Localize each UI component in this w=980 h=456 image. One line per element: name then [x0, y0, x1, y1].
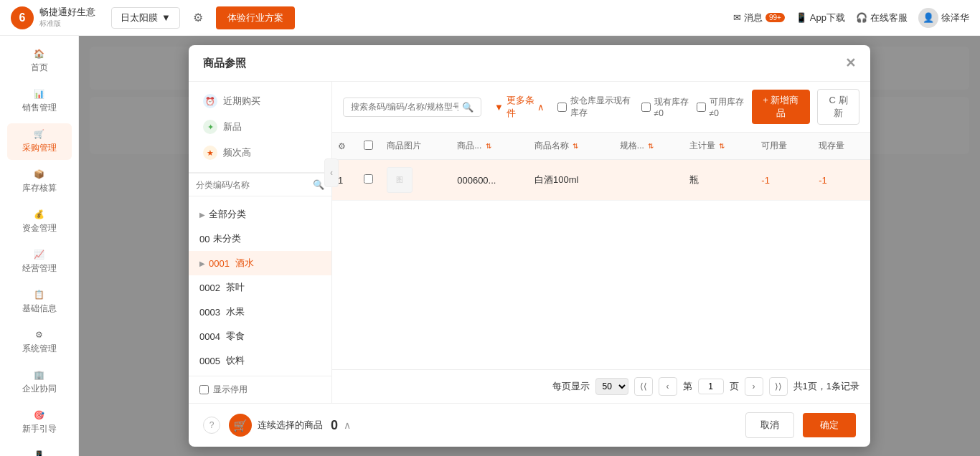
sort-unit-icon[interactable]: ⇅	[719, 142, 725, 150]
col-unit: 主计量 ⇅	[684, 133, 755, 160]
tab-new[interactable]: ✦ 新品	[196, 115, 324, 139]
col-stock: 现存量	[813, 133, 870, 160]
available-stock-checkbox[interactable]	[697, 103, 706, 112]
row-stock-cell: -1	[813, 160, 870, 201]
select-all-checkbox[interactable]	[364, 141, 373, 150]
finance-icon: 💰	[34, 209, 44, 219]
right-panel: 🔍 ▼ 更多条件 ∧ 按仓库显示现有库存	[332, 82, 870, 403]
confirm-button[interactable]: 确定	[803, 413, 856, 437]
sidebar-item-guide[interactable]: 🎯 新手引导	[7, 404, 72, 441]
sidebar-item-enterprise[interactable]: 🏢 企业协同	[7, 364, 72, 401]
row-spec-cell	[614, 160, 684, 201]
collapse-cart-button[interactable]: ∧	[344, 419, 351, 431]
nav-dropdown[interactable]: 日太阳膜 ▼	[111, 7, 180, 29]
product-search-box: 🔍	[343, 98, 481, 117]
cat-item-00[interactable]: 00 未分类	[189, 227, 331, 251]
refresh-button[interactable]: C 刷新	[817, 89, 859, 125]
freq-icon: ★	[203, 146, 217, 160]
left-panel-tabs: ⏰ 近期购买 ✦ 新品 ★ 频次高	[189, 82, 331, 173]
cat-item-0005[interactable]: 0005 饮料	[189, 348, 331, 373]
last-page-button[interactable]: ⟩⟩	[769, 377, 788, 396]
cat-item-0002[interactable]: 0002 茶叶	[189, 275, 331, 300]
purchase-icon: 🛒	[34, 129, 44, 139]
collapse-panel-button[interactable]: ‹	[324, 158, 339, 187]
category-search-icon[interactable]: 🔍	[313, 179, 324, 190]
headset-icon: 🎧	[856, 12, 867, 23]
row-name-cell: 白酒100ml	[529, 160, 614, 201]
tab-recent[interactable]: ⏰ 近期购买	[196, 89, 324, 113]
row-checkbox[interactable]	[364, 174, 373, 184]
col-name: 商品名称 ⇅	[529, 133, 614, 160]
nav-center: 日太阳膜 ▼ ⚙ 体验行业方案	[97, 6, 733, 29]
sort-spec-icon[interactable]: ⇅	[648, 142, 654, 150]
add-product-button[interactable]: + 新增商品	[752, 90, 810, 124]
available-stock-checkbox-group: 可用库存≠0	[697, 96, 745, 118]
sidebar-item-home[interactable]: 🏠 首页	[7, 43, 72, 80]
nav-right: ✉ 消息 99+ 📱 App下载 🎧 在线客服 👤 徐泽华	[733, 8, 969, 28]
category-tree: ▶ 全部分类 00 未分类 ▶ 0001 酒水	[189, 196, 331, 376]
settings-icon[interactable]: ⚙	[187, 7, 209, 29]
chevron-down-icon: ▼	[161, 12, 171, 23]
phone-icon: 📱	[796, 12, 807, 23]
modal-footer: ? 🛒 连续选择的商品 0 ∧ 取消 确定	[189, 403, 870, 447]
row-img-cell: 图	[381, 160, 451, 201]
cancel-button[interactable]: 取消	[745, 412, 794, 438]
modal-close-button[interactable]: ✕	[845, 55, 856, 71]
col-settings[interactable]: ⚙	[332, 133, 358, 160]
sidebar-item-sales[interactable]: 📊 销售管理	[7, 83, 72, 120]
trial-button[interactable]: 体验行业方案	[216, 6, 295, 29]
more-filter-button[interactable]: ▼ 更多条件 ∧	[489, 90, 550, 123]
current-stock-checkbox[interactable]	[641, 103, 651, 112]
pagination: 每页显示 50 ⟨⟨ ‹ 第 页 › ⟩⟩ 共1页，1条记录	[332, 369, 870, 403]
cat-item-0003[interactable]: 0003 水果	[189, 300, 331, 324]
inventory-icon: 📦	[34, 169, 44, 179]
help-icon[interactable]: ?	[203, 417, 220, 434]
prev-page-button[interactable]: ‹	[659, 377, 677, 396]
sidebar-item-appcenter[interactable]: 📱 应用中心	[7, 445, 72, 456]
cart-icon: 🛒	[229, 414, 252, 437]
sales-icon: 📊	[34, 89, 44, 99]
sidebar-item-finance[interactable]: 💰 资金管理	[7, 204, 72, 240]
row-unit-cell: 瓶	[684, 160, 755, 201]
tab-freq[interactable]: ★ 频次高	[196, 141, 324, 165]
first-page-button[interactable]: ⟨⟨	[634, 377, 653, 396]
cat-item-0004[interactable]: 0004 零食	[189, 324, 331, 348]
business-icon: 📈	[34, 250, 44, 260]
system-icon: ⚙	[35, 330, 43, 340]
product-search-input[interactable]	[351, 102, 458, 112]
sidebar-item-business[interactable]: 📈 经营管理	[7, 244, 72, 280]
col-spec: 规格... ⇅	[614, 133, 684, 160]
modal-overlay: 商品参照 ✕ ⏰ 近期购买 ✦ 新品	[79, 36, 980, 456]
recent-icon: ⏰	[203, 94, 217, 108]
online-service-item[interactable]: 🎧 在线客服	[856, 11, 908, 24]
cat-item-0001[interactable]: ▶ 0001 酒水	[189, 251, 331, 275]
message-item[interactable]: ✉ 消息 99+	[733, 11, 785, 24]
logo-area: 6 畅捷通好生意 标准版	[11, 6, 97, 29]
app-download-item[interactable]: 📱 App下载	[796, 11, 845, 24]
next-page-button[interactable]: ›	[745, 377, 763, 396]
cat-item-all[interactable]: ▶ 全部分类	[189, 202, 331, 227]
col-checkbox	[358, 133, 381, 160]
sidebar-item-basic[interactable]: 📋 基础信息	[7, 284, 72, 320]
main-area: 商品参照 ✕ ⏰ 近期购买 ✦ 新品	[79, 36, 980, 456]
basic-icon: 📋	[34, 290, 44, 300]
left-panel: ⏰ 近期购买 ✦ 新品 ★ 频次高 ‹	[189, 82, 332, 403]
per-page-select[interactable]: 50	[595, 378, 628, 395]
sidebar-item-purchase[interactable]: 🛒 采购管理	[7, 123, 72, 160]
product-table: ⚙ 商品图片 商品... ⇅	[332, 133, 870, 201]
sidebar-item-system[interactable]: ⚙ 系统管理	[7, 324, 72, 361]
table-row[interactable]: 1 图	[332, 160, 870, 201]
user-profile[interactable]: 👤 徐泽华	[918, 8, 969, 28]
warehouse-stock-checkbox[interactable]	[557, 103, 567, 112]
show-disabled-row: 显示停用	[189, 376, 331, 403]
product-image: 图	[387, 167, 413, 193]
sort-name-icon[interactable]: ⇅	[573, 142, 578, 150]
sidebar-item-inventory[interactable]: 📦 库存核算	[7, 163, 72, 200]
show-disabled-checkbox[interactable]	[199, 385, 209, 394]
page-number-input[interactable]	[698, 379, 724, 394]
message-icon: ✉	[733, 12, 741, 23]
category-search-input[interactable]	[196, 180, 309, 190]
product-search-icon[interactable]: 🔍	[462, 102, 473, 113]
top-nav: 6 畅捷通好生意 标准版 日太阳膜 ▼ ⚙ 体验行业方案 ✉ 消息 99+ 📱 …	[0, 0, 980, 36]
sort-code-icon[interactable]: ⇅	[486, 142, 491, 150]
